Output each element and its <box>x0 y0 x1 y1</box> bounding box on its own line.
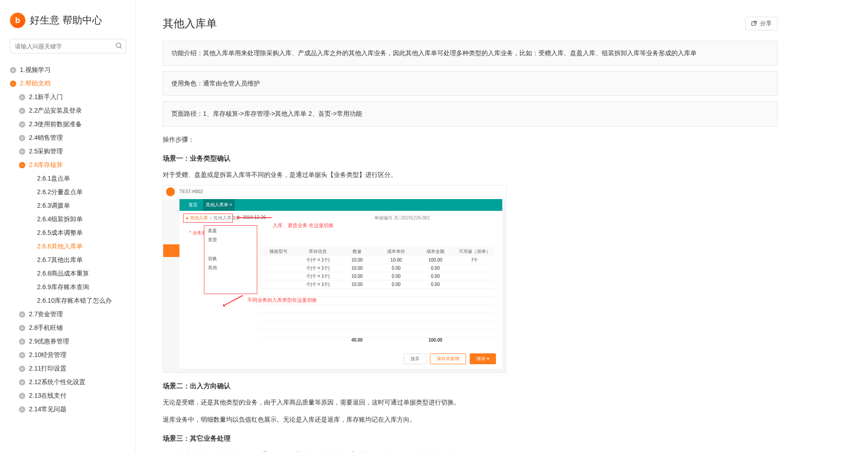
scene2-heading: 场景二：出入方向确认 <box>163 382 778 390</box>
nav-2-10[interactable]: +2.10经营管理 <box>19 348 126 362</box>
path-label: 页面路径： <box>171 110 203 117</box>
nav-help-docs[interactable]: −2.帮助文档 <box>10 77 126 90</box>
scene1-heading: 场景一：业务类型确认 <box>163 154 778 163</box>
scene1-text: 对于受赠、盘盈或是拆装入库等不同的业务，是通过单据头【业务类型】进行区分。 <box>163 168 778 181</box>
plus-icon: + <box>19 325 25 331</box>
search-icon[interactable] <box>115 42 123 51</box>
role-text: 通常由仓管人员维护 <box>203 80 260 87</box>
plus-icon: + <box>19 352 25 358</box>
share-label: 分享 <box>760 19 772 28</box>
nav-2-6-1[interactable]: 2.6.1盘点单 <box>37 172 126 186</box>
nav-2-13[interactable]: +2.13在线支付 <box>19 389 126 403</box>
intro-card: 功能介绍：其他入库单用来处理除采购入库、产成品入库之外的其他入库业务，因此其他入… <box>163 41 778 66</box>
path-text: 1、库存核算->库存管理->其他入库单 2、首页->常用功能 <box>203 110 362 117</box>
nav-2-6-8[interactable]: 2.6.8商品成本重算 <box>37 267 126 281</box>
share-button[interactable]: 分享 <box>745 17 778 30</box>
nav-2-6-10[interactable]: 2.6.10库存账本错了怎么办 <box>37 294 126 308</box>
scene2-text2: 退库业务中，明细数量均以负值红色展示。无论是入库还是退库，库存账均记在入库方向。 <box>163 413 778 426</box>
plus-icon: + <box>19 406 25 413</box>
plus-icon: + <box>19 366 25 372</box>
svg-line-1 <box>120 47 122 48</box>
plus-icon: + <box>19 311 25 318</box>
nav-2-5[interactable]: +2.5采购管理 <box>19 145 126 158</box>
plus-icon: + <box>10 67 16 73</box>
nav-2-1[interactable]: +2.1新手入门 <box>19 90 126 104</box>
role-card: 使用角色：通常由仓管人员维护 <box>163 71 778 96</box>
nav-2-2[interactable]: +2.2产品安装及登录 <box>19 104 126 118</box>
intro-text: 其他入库单用来处理除采购入库、产成品入库之外的其他入库业务，因此其他入库单可处理… <box>203 49 697 57</box>
site-logo-row: b 好生意 帮助中心 <box>10 13 126 28</box>
plus-icon: + <box>19 108 25 114</box>
nav-2-11[interactable]: +2.11打印设置 <box>19 362 126 376</box>
scene2-text1: 无论是受赠，还是其他类型的业务，由于入库商品质量等原因，需要退回，这时可通过单据… <box>163 396 778 409</box>
nav-2-6-6[interactable]: 2.6.6其他入库单 <box>37 240 126 253</box>
share-icon <box>751 20 757 28</box>
page-title: 其他入库单 <box>163 16 217 31</box>
plus-icon: + <box>19 338 25 345</box>
path-card: 页面路径：1、库存核算->库存管理->其他入库单 2、首页->常用功能 <box>163 101 778 126</box>
site-title: 好生意 帮助中心 <box>30 14 102 27</box>
svg-point-0 <box>116 43 121 48</box>
logo-icon: b <box>10 13 25 28</box>
main-content: 其他入库单 分享 功能介绍：其他入库单用来处理除采购入库、产成品入库之外的其他入… <box>136 0 823 452</box>
nav-2-6[interactable]: −2.6库存核算 <box>19 158 126 172</box>
nav-2-8[interactable]: +2.8手机旺铺 <box>19 321 126 335</box>
plus-icon: + <box>19 148 25 155</box>
nav-2-12[interactable]: +2.12系统个性化设置 <box>19 376 126 389</box>
minus-icon: − <box>19 162 25 168</box>
search-box <box>10 39 126 53</box>
screenshot-1: TEST-H002 首页 其他入库单 × ● 其他入库 ○ 其他入库退库 201… <box>163 185 506 373</box>
nav-2-14[interactable]: +2.14常见问题 <box>19 403 126 416</box>
plus-icon: + <box>19 379 25 385</box>
nav-2-9[interactable]: +2.9优惠券管理 <box>19 335 126 348</box>
plus-icon: + <box>19 121 25 128</box>
nav-2-4[interactable]: +2.4销售管理 <box>19 131 126 145</box>
plus-icon: + <box>19 393 25 399</box>
sidebar: b 好生意 帮助中心 +1.视频学习 −2.帮助文档 +2.1新手入门 +2.2… <box>0 0 136 452</box>
search-input[interactable] <box>10 39 126 53</box>
role-label: 使用角色： <box>171 80 203 87</box>
minus-icon: − <box>10 81 16 87</box>
nav-2-6-4[interactable]: 2.6.4组装拆卸单 <box>37 213 126 226</box>
nav-tree: +1.视频学习 −2.帮助文档 +2.1新手入门 +2.2产品安装及登录 +2.… <box>10 63 126 416</box>
nav-2-6-7[interactable]: 2.6.7其他出库单 <box>37 253 126 267</box>
nav-2-6-5[interactable]: 2.6.5成本调整单 <box>37 226 126 240</box>
nav-2-3[interactable]: +2.3使用前数据准备 <box>19 118 126 131</box>
plus-icon: + <box>19 135 25 141</box>
nav-2-6-3[interactable]: 2.6.3调拨单 <box>37 199 126 213</box>
nav-video-learning[interactable]: +1.视频学习 <box>10 63 126 77</box>
nav-2-6-2[interactable]: 2.6.2分量盘点单 <box>37 186 126 199</box>
scene3-text1: 1、赠品入库的商品直接转为销售。通过工具栏【复制/复制为销货单】功能，将单据信息… <box>163 448 778 452</box>
plus-icon: + <box>19 94 25 100</box>
nav-2-6-9[interactable]: 2.6.9库存账本查询 <box>37 281 126 294</box>
steps-heading: 操作步骤： <box>163 133 778 146</box>
nav-2-7[interactable]: +2.7资金管理 <box>19 308 126 321</box>
intro-label: 功能介绍： <box>171 49 203 57</box>
scene3-heading: 场景三：其它业务处理 <box>163 434 778 443</box>
